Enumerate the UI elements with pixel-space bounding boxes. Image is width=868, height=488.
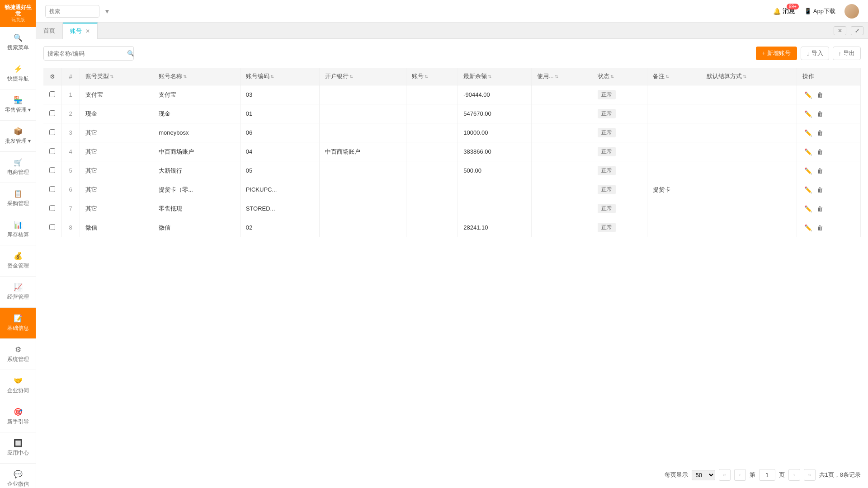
row-type-4: 其它 (80, 161, 153, 180)
row-usage-1 (531, 104, 592, 123)
row-balance-1: 547670.00 (458, 104, 532, 123)
row-select-2[interactable] (43, 123, 61, 142)
sidebar-item-14[interactable]: 💬企业微信 (0, 464, 36, 488)
prev-page-button[interactable]: ‹ (734, 469, 746, 481)
edit-button-2[interactable]: ✏️ (802, 128, 814, 137)
sidebar-item-7[interactable]: 💰资金管理 (0, 245, 36, 277)
search-button[interactable]: 🔍 (127, 46, 134, 61)
app-label: App下载 (813, 7, 835, 15)
col-type[interactable]: 账号类型⇅ (80, 68, 153, 85)
app-download-button[interactable]: 📱 App下载 (804, 7, 835, 15)
edit-button-4[interactable]: ✏️ (802, 166, 814, 175)
edit-button-0[interactable]: ✏️ (802, 90, 814, 99)
topbar-dropdown-arrow[interactable]: ▼ (104, 8, 110, 15)
delete-button-4[interactable]: 🗑 (815, 166, 825, 175)
sidebar-item-12[interactable]: 🎯新手引导 (0, 401, 36, 432)
row-type-6: 其它 (80, 199, 153, 218)
delete-button-0[interactable]: 🗑 (815, 90, 825, 99)
edit-button-3[interactable]: ✏️ (802, 147, 814, 156)
sidebar-item-1[interactable]: ⚡快捷导航 (0, 58, 36, 89)
col-usage[interactable]: 使用...⇅ (531, 68, 592, 85)
topbar-search-input[interactable] (45, 5, 99, 18)
row-num-2: 3 (61, 123, 80, 142)
sidebar-item-0[interactable]: 🔍搜索菜单 (0, 27, 36, 58)
row-checkbox-7[interactable] (49, 224, 55, 230)
col-name[interactable]: 账号名称⇅ (153, 68, 241, 85)
close-tab-button[interactable]: ✕ (834, 26, 846, 35)
edit-button-1[interactable]: ✏️ (802, 109, 814, 118)
delete-button-5[interactable]: 🗑 (815, 185, 825, 194)
maximize-button[interactable]: ⤢ (851, 26, 863, 35)
row-checkbox-1[interactable] (49, 110, 55, 116)
row-select-1[interactable] (43, 104, 61, 123)
delete-button-1[interactable]: 🗑 (815, 109, 825, 118)
row-checkbox-6[interactable] (49, 205, 55, 211)
per-page-select[interactable]: 50 20 100 (692, 470, 715, 480)
row-select-7[interactable] (43, 218, 61, 237)
row-name-3: 中百商场账户 (153, 142, 241, 161)
export-icon: ↑ (839, 50, 842, 57)
delete-button-7[interactable]: 🗑 (815, 223, 825, 232)
tab-1[interactable]: 账号✕ (63, 23, 98, 39)
row-select-5[interactable] (43, 180, 61, 199)
sidebar-item-11[interactable]: 🤝企业协同 (0, 370, 36, 401)
row-default-settle-7 (701, 218, 797, 237)
next-page-button[interactable]: › (788, 469, 800, 481)
row-select-6[interactable] (43, 199, 61, 218)
row-select-3[interactable] (43, 142, 61, 161)
row-usage-7 (531, 218, 592, 237)
sidebar-icon-10: ⚙ (15, 345, 21, 354)
export-button[interactable]: ↑ 导出 (833, 47, 861, 60)
col-settings[interactable]: ⚙ (43, 68, 61, 85)
table-row: 8 微信 微信 02 28241.10 正常 ✏️ 🗑 (43, 218, 861, 237)
page-input[interactable] (759, 469, 775, 481)
col-default-settle[interactable]: 默认结算方式⇅ (701, 68, 797, 85)
row-checkbox-5[interactable] (49, 186, 55, 192)
edit-button-7[interactable]: ✏️ (802, 223, 814, 232)
table-row: 4 其它 中百商场账户 04 中百商场账户 383866.00 正常 ✏️ 🗑 (43, 142, 861, 161)
row-checkbox-3[interactable] (49, 148, 55, 154)
row-num-5: 6 (61, 180, 80, 199)
topbar: ▼ 🔔 消息 99+ 📱 App下载 (36, 0, 868, 23)
avatar[interactable] (844, 4, 859, 19)
row-checkbox-0[interactable] (49, 91, 55, 97)
sidebar-item-13[interactable]: 🔲应用中心 (0, 432, 36, 464)
sidebar-item-2[interactable]: 🏪零售管理 ▾ (0, 89, 36, 121)
row-checkbox-2[interactable] (49, 129, 55, 135)
add-account-button[interactable]: + 新增账号 (756, 47, 797, 60)
search-input[interactable] (44, 50, 127, 57)
edit-button-6[interactable]: ✏️ (802, 204, 814, 213)
col-bank[interactable]: 开户银行⇅ (319, 68, 406, 85)
import-button[interactable]: ↓ 导入 (801, 47, 829, 60)
delete-button-6[interactable]: 🗑 (815, 204, 825, 213)
sidebar-item-5[interactable]: 📋采购管理 (0, 183, 36, 214)
col-code[interactable]: 账号编码⇅ (240, 68, 319, 85)
edit-button-5[interactable]: ✏️ (802, 185, 814, 194)
topbar-left: ▼ (45, 5, 110, 18)
sidebar-item-4[interactable]: 🛒电商管理 (0, 152, 36, 183)
col-status[interactable]: 状态⇅ (592, 68, 647, 85)
row-checkbox-4[interactable] (49, 167, 55, 173)
row-select-4[interactable] (43, 161, 61, 180)
sidebar-item-8[interactable]: 📈经营管理 (0, 277, 36, 308)
col-account[interactable]: 账号⇅ (406, 68, 458, 85)
sidebar-item-9[interactable]: 📝基础信息 (0, 308, 36, 339)
first-page-button[interactable]: « (719, 469, 731, 481)
sidebar-item-10[interactable]: ⚙系统管理 (0, 339, 36, 370)
sidebar-item-3[interactable]: 📦批发管理 ▾ (0, 121, 36, 152)
last-page-button[interactable]: » (804, 469, 816, 481)
delete-button-3[interactable]: 🗑 (815, 147, 825, 156)
message-button[interactable]: 🔔 消息 99+ (773, 7, 795, 15)
table-row: 7 其它 零售抵现 STORED... 正常 ✏️ 🗑 (43, 199, 861, 218)
sidebar-item-6[interactable]: 📊库存核算 (0, 214, 36, 245)
tab-0[interactable]: 首页 (36, 23, 63, 39)
delete-button-2[interactable]: 🗑 (815, 128, 825, 137)
row-select-0[interactable] (43, 85, 61, 104)
col-remark[interactable]: 备注⇅ (647, 68, 701, 85)
tab-close-1[interactable]: ✕ (85, 28, 90, 34)
sidebar-label-0: 搜索菜单 (7, 44, 29, 52)
tab-actions: ✕ ⤢ (834, 26, 868, 35)
toolbar-left: 🔍 (43, 46, 134, 61)
row-bank-0 (319, 85, 406, 104)
col-balance[interactable]: 最新余额⇅ (458, 68, 532, 85)
